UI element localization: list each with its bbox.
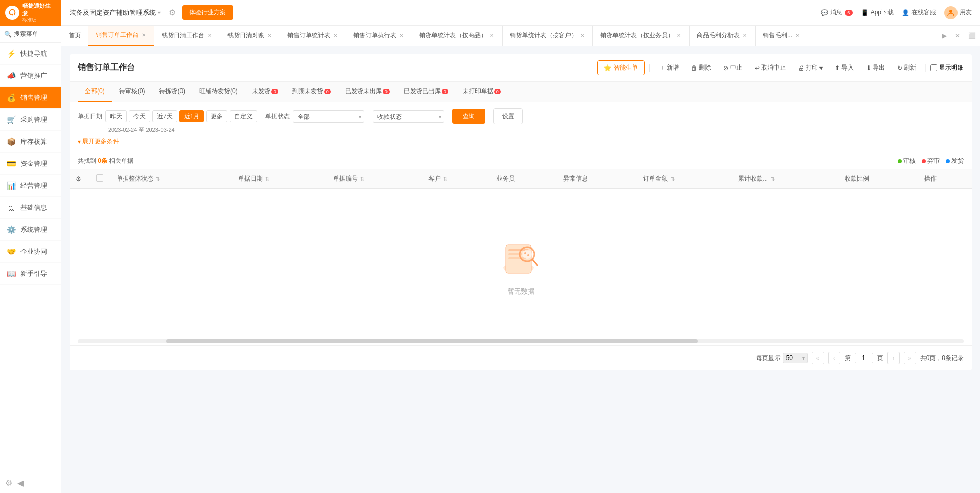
cancel-audit-btn[interactable]: 弃审 <box>922 156 940 165</box>
date-btn-1month[interactable]: 近1月 <box>179 110 204 122</box>
sub-tab-pending-audit[interactable]: 待审核(0) <box>112 82 152 102</box>
sidebar-settings-btn[interactable]: ⚙ <box>5 478 12 488</box>
sort-amount-icon[interactable]: ⇅ <box>671 176 675 182</box>
tab-close-sales-by-customer[interactable]: ✕ <box>579 32 585 39</box>
date-btn-custom[interactable]: 自定义 <box>230 110 257 122</box>
tab-order-exec[interactable]: 销售订单执行表 ✕ <box>346 26 412 46</box>
settings-col-icon[interactable]: ⚙ <box>76 175 81 183</box>
experience-btn[interactable]: 体验行业方案 <box>182 5 233 20</box>
tab-close-daily-clear[interactable]: ✕ <box>207 32 213 39</box>
sidebar-item-finance[interactable]: 💳 资金管理 <box>0 153 61 175</box>
sub-tab-overdue-unshipped[interactable]: 到期未发货0 <box>285 82 338 102</box>
select-all-checkbox[interactable] <box>96 174 103 182</box>
collection-select[interactable]: 收款状态 <box>373 110 444 123</box>
query-btn[interactable]: 查询 <box>452 109 485 124</box>
go-last-btn[interactable]: » <box>904 352 916 364</box>
svg-point-11 <box>527 254 529 256</box>
online-service-btn[interactable]: 👤 在线客服 <box>902 8 936 17</box>
tab-close-sales-by-salesman[interactable]: ✕ <box>676 32 682 39</box>
page-input[interactable] <box>855 353 873 363</box>
cancel-suspend-btn[interactable]: ↩ 取消中止 <box>750 61 790 74</box>
suspend-btn[interactable]: ⊘ 中止 <box>719 61 746 74</box>
sub-tab-pending-pick[interactable]: 待拣货(0) <box>152 82 192 102</box>
sidebar-item-operations[interactable]: 📊 经营管理 <box>0 175 61 197</box>
tab-close-reconcile[interactable]: ✕ <box>266 32 272 39</box>
scrollbar-thumb[interactable] <box>166 339 698 343</box>
show-detail-toggle[interactable]: 显示明细 <box>930 63 964 72</box>
settings-btn[interactable]: 设置 <box>493 108 523 124</box>
tab-close-all-btn[interactable]: ✕ <box>951 26 964 46</box>
topbar-settings-icon[interactable]: ⚙ <box>169 8 176 17</box>
tab-sales-order-workbench[interactable]: 销售订单工作台 ✕ <box>88 26 154 46</box>
sub-tab-shipped-out[interactable]: 已发货已出库0 <box>397 82 455 102</box>
add-btn[interactable]: ＋ 新增 <box>655 61 683 74</box>
tab-order-stats[interactable]: 销售订单统计表 ✕ <box>280 26 346 46</box>
import-btn[interactable]: ⬆ 导入 <box>831 61 858 74</box>
sub-tab-unprinted[interactable]: 未打印单据0 <box>455 82 508 102</box>
tab-home[interactable]: 首页 <box>61 26 88 46</box>
tab-reconcile[interactable]: 钱货日清对账 ✕ <box>220 26 280 46</box>
system-title: 装备及固定资产辅助管理系统 ▾ <box>70 8 161 17</box>
export-icon: ⬇ <box>866 64 871 72</box>
print-btn[interactable]: 🖨 打印 ▾ <box>794 61 827 74</box>
sort-status-icon[interactable]: ⇅ <box>156 176 160 182</box>
message-btn[interactable]: 💬 消息 6 <box>821 8 853 17</box>
sort-no-icon[interactable]: ⇅ <box>360 176 364 182</box>
show-detail-checkbox[interactable] <box>930 64 937 71</box>
sidebar-item-basic[interactable]: 🗂 基础信息 <box>0 197 61 219</box>
sidebar-item-purchase[interactable]: 🛒 采购管理 <box>0 109 61 131</box>
smart-create-btn[interactable]: ⭐ 智能生单 <box>597 60 645 75</box>
app-download-btn[interactable]: 📱 App下载 <box>861 8 894 17</box>
user-menu-btn[interactable]: 用友 <box>944 6 972 19</box>
sidebar-item-inventory[interactable]: 📦 库存核算 <box>0 131 61 153</box>
sidebar-collapse-btn[interactable]: ◀ <box>17 478 24 488</box>
refresh-btn[interactable]: ↻ 刷新 <box>893 61 920 74</box>
tab-sales-by-customer[interactable]: 销货单统计表（按客户） ✕ <box>503 26 593 46</box>
sub-tab-shipped-not-out[interactable]: 已发货未出库0 <box>338 82 397 102</box>
status-select[interactable]: 全部 <box>293 110 364 123</box>
tab-close-sales-margin[interactable]: ✕ <box>794 32 801 39</box>
expand-btn[interactable]: ▾ 展开更多条件 <box>78 137 964 146</box>
ship-btn[interactable]: 发货 <box>946 156 964 165</box>
suspend-icon: ⊘ <box>723 64 728 72</box>
date-btn-yesterday[interactable]: 昨天 <box>105 110 127 122</box>
sidebar-item-quick-nav[interactable]: ⚡ 快捷导航 <box>0 43 61 65</box>
sort-customer-icon[interactable]: ⇅ <box>443 176 447 182</box>
sidebar-item-tutorial[interactable]: 📖 新手引导 <box>0 263 61 285</box>
sort-date-icon[interactable]: ⇅ <box>265 176 269 182</box>
tab-close-sales-by-product[interactable]: ✕ <box>489 32 495 39</box>
sidebar-item-enterprise[interactable]: 🤝 企业协同 <box>0 241 61 263</box>
sidebar-item-system[interactable]: ⚙️ 系统管理 <box>0 219 61 241</box>
sort-collected-icon[interactable]: ⇅ <box>771 176 775 182</box>
tab-close-margin-analysis[interactable]: ✕ <box>742 32 748 39</box>
date-btn-7days[interactable]: 近7天 <box>152 110 177 122</box>
topbar-right: 💬 消息 6 📱 App下载 👤 在线客服 用友 <box>821 6 972 19</box>
tab-sales-margin[interactable]: 销售毛利... ✕ <box>756 26 808 46</box>
tab-maximize-btn[interactable]: ⬜ <box>964 26 980 46</box>
export-btn[interactable]: ⬇ 导出 <box>862 61 889 74</box>
tab-close-order-exec[interactable]: ✕ <box>398 32 404 39</box>
sidebar-item-sales[interactable]: 💰 销售管理 <box>0 87 61 109</box>
sidebar-item-marketing[interactable]: 📣 营销推广 <box>0 65 61 87</box>
audit-btn[interactable]: 审核 <box>898 156 916 165</box>
date-btn-today[interactable]: 今天 <box>129 110 150 122</box>
sidebar-search[interactable]: 🔍 搜索菜单 <box>0 26 61 43</box>
tab-sales-by-product[interactable]: 销货单统计表（按商品） ✕ <box>412 26 503 46</box>
sub-tab-unshipped[interactable]: 未发货0 <box>245 82 285 102</box>
horizontal-scrollbar[interactable] <box>70 337 972 345</box>
tab-sales-by-salesman[interactable]: 销货单统计表（按业务员） ✕ <box>593 26 690 46</box>
delete-btn[interactable]: 🗑 删除 <box>687 61 715 74</box>
date-btn-more[interactable]: 更多 <box>206 110 227 122</box>
go-next-btn[interactable]: › <box>887 352 900 364</box>
tab-daily-clear[interactable]: 钱货日清工作台 ✕ <box>154 26 220 46</box>
sub-tab-wangpu-ship[interactable]: 旺铺待发货(0) <box>192 82 245 102</box>
go-prev-btn[interactable]: ‹ <box>828 352 840 364</box>
tab-close-sales-order[interactable]: ✕ <box>141 32 147 38</box>
per-page-select[interactable]: 10 20 50 100 <box>783 353 808 363</box>
sub-tabs: 全部(0) 待审核(0) 待拣货(0) 旺铺待发货(0) 未发货0 到期未发货0 <box>70 82 972 102</box>
tab-scroll-right-btn[interactable]: ▶ <box>938 26 951 46</box>
go-first-btn[interactable]: « <box>812 352 824 364</box>
tab-close-order-stats[interactable]: ✕ <box>332 32 338 39</box>
tab-margin-analysis[interactable]: 商品毛利分析表 ✕ <box>690 26 756 46</box>
sub-tab-all[interactable]: 全部(0) <box>78 82 112 102</box>
